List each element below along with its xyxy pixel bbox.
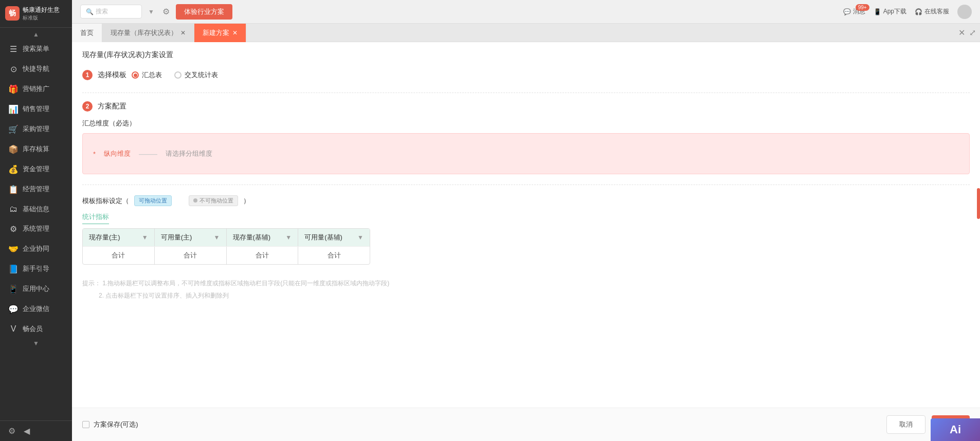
sidebar-scroll-down[interactable]: ▼ xyxy=(0,339,72,348)
trial-button[interactable]: 体验行业方案 xyxy=(176,4,232,20)
section-1-title: 选择模板 xyxy=(98,70,126,80)
app-logo-icon: 畅 xyxy=(5,6,20,21)
tab-new-plan[interactable]: 新建方案 ✕ xyxy=(194,24,246,42)
section-2-header: 2 方案配置 xyxy=(82,101,970,112)
service-button[interactable]: 🎧 在线客服 xyxy=(915,7,949,16)
tab-inventory-close-icon[interactable]: ✕ xyxy=(180,29,186,36)
sidebar-item-enterprise[interactable]: 🤝 企业协同 xyxy=(0,239,72,259)
col-chevron-0[interactable]: ▼ xyxy=(142,234,148,241)
radio-summary-circle xyxy=(132,71,139,79)
tabs-bar: 首页 现存量（库存状况表） ✕ 新建方案 ✕ ✕ ⤢ xyxy=(72,24,980,42)
dimension-arrow: —— xyxy=(139,149,157,159)
section-1: 1 选择模板 汇总表 交叉统计表 xyxy=(82,70,970,80)
stats-col-0[interactable]: 现存量(主) ▼ xyxy=(83,229,155,246)
finance-icon: 💰 xyxy=(8,164,19,174)
section-1-header: 1 选择模板 汇总表 交叉统计表 xyxy=(82,70,970,80)
wechat-icon: 💬 xyxy=(8,304,19,314)
topbar-gear-icon[interactable]: ⚙ xyxy=(162,7,170,16)
sidebar-logo: 畅 畅康通好生意 标准版 xyxy=(0,0,72,28)
topbar-left: 🔍 搜索 ▼ ⚙ 体验行业方案 xyxy=(80,4,232,20)
save-checkbox[interactable] xyxy=(82,421,89,428)
tab-new-plan-close-icon[interactable]: ✕ xyxy=(232,29,238,36)
message-icon: 💬 xyxy=(843,8,851,15)
system-icon: ⚙ xyxy=(8,224,19,234)
sidebar-item-newbie[interactable]: 📘 新手引导 xyxy=(0,259,72,279)
user-avatar[interactable] xyxy=(957,5,972,19)
radio-summary[interactable]: 汇总表 xyxy=(132,70,162,80)
divider-2 xyxy=(82,185,970,185)
search-box[interactable]: 🔍 搜索 xyxy=(80,5,142,19)
sidebar-item-quick-nav[interactable]: ⊙ 快捷导航 xyxy=(0,59,72,79)
tab-controls: ✕ ⤢ xyxy=(954,28,980,38)
sidebar-item-sales[interactable]: 📊 销售管理 xyxy=(0,99,72,119)
draggable-badge: 可拖动位置 xyxy=(134,195,172,206)
search-icon: 🔍 xyxy=(86,8,94,15)
app-download-button[interactable]: 📱 App下载 xyxy=(874,7,906,16)
content-area: 现存量(库存状况表)方案设置 1 选择模板 汇总表 交叉统计表 xyxy=(72,42,980,408)
sidebar-item-marketing[interactable]: 🎁 营销推广 xyxy=(0,79,72,99)
scrollbar-thumb[interactable] xyxy=(977,188,980,219)
vip-icon: V xyxy=(8,324,19,334)
radio-cross[interactable]: 交叉统计表 xyxy=(174,70,218,80)
dimension-box[interactable]: * 纵向维度 —— 请选择分组维度 xyxy=(82,133,970,174)
sales-icon: 📊 xyxy=(8,104,19,114)
sidebar-item-operation[interactable]: 📋 经营管理 xyxy=(0,179,72,199)
sidebar-item-vip[interactable]: V 畅会员 xyxy=(0,319,72,339)
tab-home[interactable]: 首页 xyxy=(72,24,102,42)
radio-cross-circle xyxy=(174,71,182,79)
indicator-setting: 模板指标设定（ 可拖动位置 不可拖动位置 ） xyxy=(82,195,970,206)
section-2: 2 方案配置 汇总维度（必选） * 纵向维度 —— 请选择分组维度 xyxy=(82,101,970,302)
tip-title: 提示： 1.拖动标题栏可以调整布局，不可跨维度或指标区域拖动栏目字段(只能在同一… xyxy=(82,277,970,289)
section-2-title: 方案配置 xyxy=(98,102,126,111)
quick-nav-icon: ⊙ xyxy=(8,64,19,74)
topbar-chevron-icon[interactable]: ▼ xyxy=(148,8,154,15)
col-chevron-2[interactable]: ▼ xyxy=(285,234,292,241)
ai-button[interactable]: Ai xyxy=(931,418,980,441)
stats-col-1[interactable]: 可用量(主) ▼ xyxy=(155,229,227,246)
sidebar-item-wechat[interactable]: 💬 企业微信 xyxy=(0,299,72,319)
tab-close-all-icon[interactable]: ✕ xyxy=(958,28,965,38)
sidebar-item-search-menu[interactable]: ☰ 搜索菜单 xyxy=(0,39,72,59)
sidebar-item-inventory[interactable]: 📦 库存核算 xyxy=(0,139,72,159)
sidebar-item-finance[interactable]: 💰 资金管理 xyxy=(0,159,72,179)
app-name: 畅康通好生意 标准版 xyxy=(23,6,60,21)
stats-title: 统计指标 xyxy=(82,212,109,224)
col-chevron-1[interactable]: ▼ xyxy=(214,234,220,241)
required-marker: * xyxy=(93,150,96,158)
settings-icon[interactable]: ⚙ xyxy=(8,426,15,436)
tips-section: 提示： 1.拖动标题栏可以调整布局，不可跨维度或指标区域拖动栏目字段(只能在同一… xyxy=(82,277,970,302)
tab-expand-icon[interactable]: ⤢ xyxy=(969,28,976,38)
stats-table-row: 合计 合计 合计 合计 xyxy=(83,246,370,264)
sidebar-item-system[interactable]: ⚙ 系统管理 xyxy=(0,219,72,239)
sidebar-item-basic[interactable]: 🗂 基础信息 xyxy=(0,199,72,219)
cancel-button[interactable]: 取消 xyxy=(886,415,925,434)
stats-col-2[interactable]: 现存量(基辅) ▼ xyxy=(227,229,299,246)
indicator-setting-label: 模板指标设定（ 可拖动位置 不可拖动位置 ） xyxy=(82,195,970,206)
stats-cell-1: 合计 xyxy=(155,247,227,264)
operation-icon: 📋 xyxy=(8,185,19,194)
sidebar-nav: ▲ ☰ 搜索菜单 ⊙ 快捷导航 🎁 营销推广 📊 销售管理 🛒 采购管理 📦 库… xyxy=(0,28,72,420)
stats-col-3[interactable]: 可用量(基辅) ▼ xyxy=(298,229,370,246)
sidebar-scroll-up[interactable]: ▲ xyxy=(0,30,72,39)
message-button[interactable]: 💬 消息 99+ xyxy=(843,7,865,16)
tab-inventory-status[interactable]: 现存量（库存状况表） ✕ xyxy=(102,24,194,42)
collapse-icon[interactable]: ◀ xyxy=(24,426,30,436)
stats-table-header: 现存量(主) ▼ 可用量(主) ▼ 现存量(基辅) ▼ 可用量(基辅) xyxy=(83,229,370,246)
divider-1 xyxy=(82,93,970,93)
sidebar-item-purchase[interactable]: 🛒 采购管理 xyxy=(0,119,72,139)
newbie-icon: 📘 xyxy=(8,264,19,274)
col-chevron-3[interactable]: ▼ xyxy=(357,234,364,241)
stats-section: 统计指标 现存量(主) ▼ 可用量(主) ▼ 现存量(基辅) xyxy=(82,212,970,265)
sidebar-footer: ⚙ ◀ xyxy=(0,420,72,441)
dimension-label: 汇总维度（必选） xyxy=(82,119,970,128)
headset-icon: 🎧 xyxy=(915,8,922,15)
save-checkbox-label: 方案保存(可选) xyxy=(94,420,138,429)
sidebar-item-app-center[interactable]: 📱 应用中心 xyxy=(0,279,72,299)
app-icon: 📱 xyxy=(874,8,881,15)
footer-left: 方案保存(可选) xyxy=(82,420,138,429)
dimension-content: * 纵向维度 —— 请选择分组维度 xyxy=(93,149,212,159)
stats-cell-2: 合计 xyxy=(227,247,299,264)
stats-cell-0: 合计 xyxy=(83,247,155,264)
page-title: 现存量(库存状况表)方案设置 xyxy=(82,50,970,60)
content-scrollbar[interactable] xyxy=(977,42,980,408)
